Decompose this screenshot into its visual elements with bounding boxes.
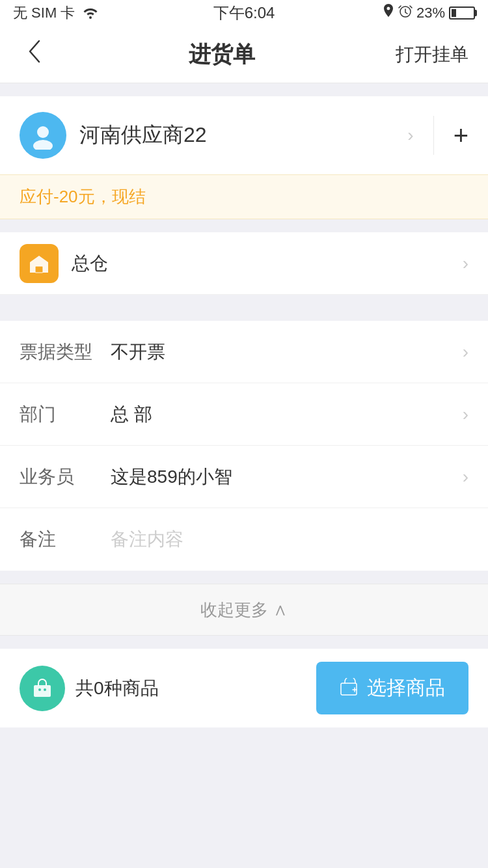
- department-value: 总 部: [111, 402, 463, 427]
- goods-icon-circle: [20, 666, 65, 711]
- remark-label: 备注: [20, 527, 111, 552]
- supplier-name: 河南供应商22: [79, 121, 407, 150]
- collapse-button[interactable]: 收起更多 ∧: [0, 584, 488, 636]
- salesman-label: 业务员: [20, 465, 111, 489]
- wifi-icon: [81, 5, 100, 22]
- invoice-type-label: 票据类型: [20, 340, 111, 364]
- collapse-label: 收起更多 ∧: [200, 599, 287, 621]
- select-goods-label: 选择商品: [367, 675, 445, 701]
- svg-point-2: [33, 140, 53, 150]
- carrier-label: 无 SIM 卡: [13, 3, 75, 23]
- supplier-actions: › +: [407, 116, 468, 155]
- supplier-chevron-icon: ›: [407, 125, 413, 146]
- warehouse-divider: [0, 219, 488, 232]
- top-divider: [0, 83, 488, 96]
- bottom-bar: 共0种商品 选择商品: [0, 649, 488, 727]
- form-divider: [0, 295, 488, 308]
- status-time: 下午6:04: [213, 3, 275, 23]
- supplier-row[interactable]: 河南供应商22 › +: [0, 96, 488, 174]
- add-supplier-button[interactable]: +: [454, 121, 468, 150]
- vertical-divider: [433, 116, 434, 155]
- warehouse-name: 总仓: [72, 251, 463, 276]
- supplier-card: 河南供应商22 › + 应付-20元，现结: [0, 96, 488, 219]
- nav-bar: 进货单 打开挂单: [0, 26, 488, 83]
- open-pending-button[interactable]: 打开挂单: [396, 42, 468, 67]
- salesman-row[interactable]: 业务员 这是859的小智 ›: [0, 446, 488, 508]
- supplier-avatar: [20, 112, 66, 159]
- warehouse-row[interactable]: 总仓 ›: [0, 232, 488, 295]
- department-row[interactable]: 部门 总 部 ›: [0, 383, 488, 446]
- status-bar: 无 SIM 卡 下午6:04 23%: [0, 0, 488, 26]
- salesman-chevron: ›: [463, 467, 468, 487]
- alarm-icon: [398, 4, 413, 22]
- battery-icon: [449, 7, 475, 20]
- page-title: 进货单: [189, 40, 255, 70]
- warehouse-chevron-icon: ›: [463, 253, 468, 274]
- status-right: 23%: [383, 4, 475, 22]
- svg-rect-3: [35, 266, 43, 273]
- back-button[interactable]: [20, 32, 48, 77]
- department-label: 部门: [20, 402, 111, 427]
- svg-rect-4: [34, 685, 51, 697]
- battery-label: 23%: [416, 5, 445, 21]
- invoice-type-chevron: ›: [463, 342, 468, 362]
- select-goods-button[interactable]: 选择商品: [316, 662, 468, 714]
- remark-placeholder[interactable]: 备注内容: [111, 527, 468, 552]
- goods-count-area: 共0种商品: [20, 666, 159, 711]
- svg-point-5: [38, 688, 41, 691]
- invoice-type-row[interactable]: 票据类型 不开票 ›: [0, 321, 488, 383]
- goods-count-text: 共0种商品: [75, 676, 159, 701]
- status-left: 无 SIM 卡: [13, 3, 100, 23]
- salesman-value: 这是859的小智: [111, 465, 463, 489]
- form-section: 票据类型 不开票 › 部门 总 部 › 业务员 这是859的小智 › 备注 备注…: [0, 321, 488, 571]
- warehouse-icon-bg: [20, 244, 59, 283]
- notice-banner: 应付-20元，现结: [0, 174, 488, 219]
- department-chevron: ›: [463, 404, 468, 425]
- svg-point-6: [44, 688, 46, 691]
- svg-point-1: [37, 126, 49, 138]
- location-icon: [383, 4, 394, 22]
- invoice-type-value: 不开票: [111, 340, 463, 364]
- remark-row[interactable]: 备注 备注内容: [0, 508, 488, 571]
